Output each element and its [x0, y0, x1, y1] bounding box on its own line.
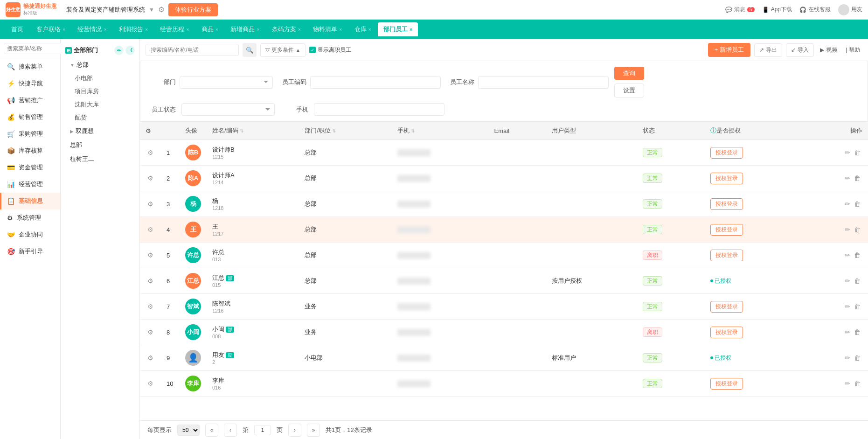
edit-button[interactable]: ✏: [843, 251, 852, 260]
dept-node-shuanglu[interactable]: ▶ 双鹿想: [61, 124, 139, 138]
app-download-btn[interactable]: 📱 App下载: [762, 6, 792, 14]
row-settings-btn[interactable]: ⚙: [146, 148, 155, 157]
auth-button[interactable]: 授权登录: [710, 301, 743, 313]
close-icon[interactable]: ×: [410, 27, 412, 32]
close-icon[interactable]: ×: [368, 27, 371, 32]
edit-button[interactable]: ✏: [843, 148, 852, 157]
delete-button[interactable]: 🗑: [852, 379, 862, 388]
close-icon[interactable]: ×: [145, 27, 148, 32]
gear-icon[interactable]: ⚙: [158, 5, 165, 14]
phone-filter-input[interactable]: [314, 103, 444, 116]
edit-button[interactable]: ✏: [843, 302, 852, 311]
search-input[interactable]: [146, 44, 239, 56]
per-page-select[interactable]: 50: [177, 425, 200, 436]
page-number-input[interactable]: [254, 425, 271, 435]
tab-warehouse[interactable]: 仓库 ×: [349, 22, 377, 36]
tab-goods[interactable]: 商品 ×: [196, 22, 224, 36]
auth-button[interactable]: 授权登录: [710, 378, 743, 390]
sidebar-item-operation[interactable]: 📊 经营管理: [0, 176, 60, 193]
auth-button[interactable]: 授权登录: [710, 173, 743, 184]
dept-sub-shenyang[interactable]: 沈阳大库: [61, 98, 139, 111]
auth-button[interactable]: 授权登录: [710, 327, 743, 338]
sidebar-item-marketing[interactable]: 📢 营销推广: [0, 92, 60, 109]
settings-button[interactable]: 设置: [614, 84, 644, 98]
view-button[interactable]: ▶ 视频: [818, 44, 840, 56]
dept-collapse-btn[interactable]: 《: [125, 46, 135, 55]
sidebar-item-quicknav[interactable]: ⚡ 快捷导航: [0, 75, 60, 92]
row-settings-btn[interactable]: ⚙: [146, 328, 155, 337]
message-icon-btn[interactable]: 💬 消息 5: [725, 6, 755, 14]
row-settings-btn[interactable]: ⚙: [146, 174, 155, 183]
row-settings-btn[interactable]: ⚙: [146, 276, 155, 286]
first-page-button[interactable]: «: [205, 424, 218, 437]
tab-operation-history[interactable]: 经营历程 ×: [154, 22, 194, 36]
auth-button[interactable]: 授权登录: [710, 224, 743, 236]
tab-dept-staff[interactable]: 部门员工 ×: [378, 22, 418, 36]
delete-button[interactable]: 🗑: [852, 174, 862, 183]
th-namecode[interactable]: 姓名/编码 ⇅: [207, 122, 299, 140]
close-icon[interactable]: ×: [257, 27, 259, 32]
sidebar-item-system[interactable]: ⚙ 系统管理: [0, 209, 60, 226]
trial-button[interactable]: 体验行业方案: [168, 3, 218, 16]
th-phone[interactable]: 手机 ⇅: [392, 122, 489, 140]
sidebar-item-purchase[interactable]: 🛒 采购管理: [0, 125, 60, 142]
auth-button[interactable]: 授权登录: [710, 198, 743, 210]
row-settings-btn[interactable]: ⚙: [146, 353, 155, 362]
delete-button[interactable]: 🗑: [852, 199, 862, 209]
tab-add-goods[interactable]: 新增商品 ×: [225, 22, 265, 36]
dept-sub-peihuo[interactable]: 配货: [61, 111, 139, 124]
close-icon[interactable]: ×: [62, 27, 65, 32]
auth-button[interactable]: 授权登录: [710, 250, 743, 261]
empcode-filter-input[interactable]: [310, 76, 441, 89]
sidebar-item-collab[interactable]: 🤝 企业协同: [0, 226, 60, 243]
dept-sub-xiaodian[interactable]: 小电部: [61, 72, 139, 85]
row-settings-btn[interactable]: ⚙: [146, 225, 155, 234]
status-filter-select[interactable]: [181, 103, 275, 116]
delete-button[interactable]: 🗑: [852, 225, 862, 234]
close-icon[interactable]: ×: [298, 27, 301, 32]
edit-button[interactable]: ✏: [843, 225, 852, 234]
sidebar-item-sales[interactable]: 💰 销售管理: [0, 109, 60, 125]
close-icon[interactable]: ×: [215, 27, 218, 32]
dept-filter-select[interactable]: [180, 76, 273, 89]
sidebar-item-search[interactable]: 🔍 搜索菜单: [0, 58, 60, 75]
row-settings-btn[interactable]: ⚙: [146, 379, 155, 388]
delete-button[interactable]: 🗑: [852, 276, 862, 286]
th-settings[interactable]: ⚙: [140, 122, 161, 140]
resigned-checkbox[interactable]: ✓: [309, 47, 316, 53]
add-employee-button[interactable]: + 新增员工: [708, 43, 750, 57]
tab-customer[interactable]: 客户联络 ×: [31, 22, 71, 36]
query-button[interactable]: 查询: [614, 67, 644, 80]
delete-button[interactable]: 🗑: [852, 353, 862, 362]
prev-page-button[interactable]: ‹: [224, 424, 237, 437]
search-button[interactable]: 🔍: [243, 43, 257, 57]
next-page-button[interactable]: ›: [288, 424, 301, 437]
edit-button[interactable]: ✏: [843, 379, 852, 388]
close-icon[interactable]: ×: [339, 27, 342, 32]
help-button[interactable]: | 帮助: [843, 44, 862, 56]
edit-button[interactable]: ✏: [843, 199, 852, 209]
system-dropdown-arrow[interactable]: ▼: [149, 7, 154, 13]
tab-barcode[interactable]: 条码方案 ×: [266, 22, 306, 36]
filter-more-btn[interactable]: ▽ 更多条件 ▲: [260, 43, 306, 57]
sidebar-item-basic[interactable]: 📋 基础信息: [0, 193, 60, 209]
tab-bom[interactable]: 物料清单 ×: [307, 22, 347, 36]
show-resigned-toggle[interactable]: ✓ 显示离职员工: [309, 46, 351, 54]
dept-node-zhishu[interactable]: 植树王二: [61, 152, 139, 166]
tab-home[interactable]: 首页: [5, 22, 30, 36]
online-service-btn[interactable]: 🎧 在线客服: [799, 6, 831, 14]
export-button[interactable]: ↗ 导出: [754, 43, 782, 57]
th-dept[interactable]: 部门/职位 ⇅: [299, 122, 391, 140]
row-settings-btn[interactable]: ⚙: [146, 302, 155, 311]
edit-button[interactable]: ✏: [843, 276, 852, 286]
delete-button[interactable]: 🗑: [852, 148, 862, 157]
sidebar-item-finance[interactable]: 💳 资金管理: [0, 159, 60, 176]
dept-sub-xiangmu[interactable]: 项目库房: [61, 85, 139, 98]
row-settings-btn[interactable]: ⚙: [146, 251, 155, 260]
dept-edit-icon[interactable]: ✏: [114, 46, 124, 55]
edit-button[interactable]: ✏: [843, 353, 852, 362]
tab-profit-report[interactable]: 利润报告 ×: [113, 22, 153, 36]
tab-operation-status[interactable]: 经营情况 ×: [72, 22, 112, 36]
dept-node-headquarters[interactable]: ▼ 总部: [61, 58, 139, 72]
edit-button[interactable]: ✏: [843, 328, 852, 337]
